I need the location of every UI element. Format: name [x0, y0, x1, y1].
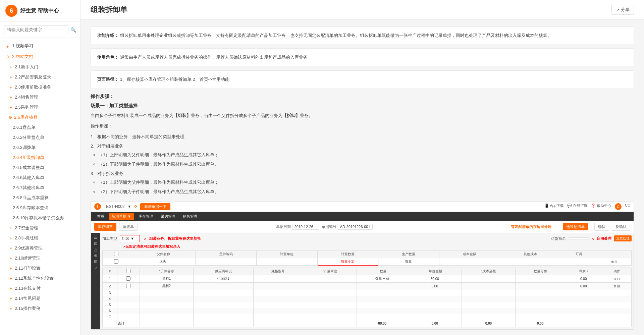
share-button[interactable]: ↗ 分享	[611, 5, 634, 15]
ss-btn-reconfirm[interactable]: 反确认	[612, 223, 630, 231]
step-2b: （2）下部明细为子件明细，最终作为原材料生成其它出库单。	[99, 160, 634, 169]
sidebar-item-cases[interactable]: ＋ 2.15操作案例	[0, 303, 80, 314]
ss-highlight-assembly: 有装配清单的在这里处理	[511, 224, 551, 229]
sidebar-item-settings[interactable]: ＋ 2.12系统个性化设置	[0, 273, 80, 283]
ss-titlebar-right: 📱 App下载 💬 在线咨询 ❓ 帮助中心 C CC	[544, 203, 630, 210]
ss-child-checkbox-2[interactable]	[126, 284, 130, 288]
ss-annotation3-arrow: ↗	[122, 245, 125, 248]
sidebar-item-install[interactable]: ＋ 2.2产品安装及登录	[0, 72, 80, 82]
ss-main-body: ☰ ⊡ △ ⊕ ⊞ ○ 加工类型 组装 ▼	[91, 233, 634, 329]
ss-nav-sales[interactable]: 销售管理	[180, 213, 200, 220]
role-label: 使用角色：	[97, 55, 119, 60]
ss-tab-inventory[interactable]: 库存调整	[94, 223, 116, 231]
ss-parent-name-val: 床头	[130, 258, 196, 265]
ss-btn-confirm[interactable]: 确认	[594, 223, 609, 231]
ss-help-center: ❓ 帮助中心	[591, 203, 611, 210]
ss-supplier-input[interactable]	[569, 237, 589, 239]
sidebar-item-sales[interactable]: ＋ 2.4销售管理	[0, 92, 80, 102]
ops-title: 操作步骤：	[91, 94, 634, 100]
ss-footer-c8: 0.00	[516, 320, 565, 327]
sidebar: 6 好生意 帮助中心 🔍 ＋ 1.视频学习 ⊖ 2.帮助文档 ＋ 2.1新手入	[0, 0, 80, 335]
ss-panel-icon-3: △	[94, 247, 97, 252]
ss-th-checkbox[interactable]	[114, 252, 118, 256]
nav-section-docs: ⊖ 2.帮助文档 ＋ 2.1新手入门 ＋ 2.2产品安装及登录 ＋ 2.3使用前…	[0, 51, 80, 314]
ss-ch-checkbox[interactable]	[126, 269, 130, 273]
ss-child-remain-2: 0.00	[565, 282, 602, 290]
ss-parent-qty-val: 数量-(-1)	[317, 258, 378, 265]
ss-nav-home[interactable]: 首页	[94, 213, 107, 220]
ss-panel-icon-1: ☰	[94, 235, 98, 240]
sidebar-item-stockerror[interactable]: 2.6.10库存账本错了怎么办	[0, 213, 80, 223]
ss-child-row-7: 7	[103, 314, 632, 320]
sidebar-item-partialtake[interactable]: 2.6.2分量盘点单	[0, 132, 80, 143]
ss-nav-purchase[interactable]: 采购管理	[158, 213, 178, 220]
ss-annotation-type: 组装业务、拆卸业务在这里切换	[149, 236, 201, 241]
nav-section-video: ＋ 1.视频学习	[0, 41, 80, 51]
sidebar-item-costrecompute[interactable]: 2.6.8商品成本重算	[0, 193, 80, 203]
plus-icon-sm: ＋	[9, 85, 13, 90]
ss-footer-c2	[193, 320, 253, 327]
sidebar-item-mobile[interactable]: ＋ 2.8手机旺铺	[0, 233, 80, 243]
ss-nav-newdoc[interactable]: 新增单据 ▼	[109, 213, 134, 220]
sidebar-item-otheroutbound[interactable]: 2.6.7其他出库单	[0, 183, 80, 193]
ss-btn-select-assembly[interactable]: 选装配清单	[563, 223, 588, 230]
sidebar-item-coupon[interactable]: ＋ 2.9优惠券管理	[0, 243, 80, 253]
ss-child-row-6: 6	[103, 308, 632, 314]
sidebar-item-faq[interactable]: ＋ 2.14常见问题	[0, 293, 80, 303]
ss-th-cost: 成本金额	[439, 250, 500, 258]
search-icon[interactable]: 🔍	[70, 27, 76, 33]
sidebar-item-purchase[interactable]: ＋ 2.5采购管理	[0, 102, 80, 112]
ss-tab-transfer[interactable]: 调拨单	[119, 223, 138, 231]
plus-icon-sm: ＋	[9, 105, 13, 110]
sidebar-item-transfer[interactable]: 2.6.3调拨单	[0, 143, 80, 153]
ss-th-prodqty: 生产数量	[378, 250, 439, 258]
ss-th-parent-code: 父件编码	[196, 250, 257, 258]
ss-child-checkbox-1[interactable]	[126, 276, 130, 281]
ss-ch-spec: 规格型号	[253, 268, 303, 275]
ss-row-checkbox[interactable]	[114, 259, 118, 264]
page-title: 组装拆卸单	[91, 5, 127, 15]
ss-ch-remain: 剩余U	[565, 268, 602, 275]
ss-child-price-1: 50.00	[408, 275, 462, 282]
ss-num-val: AD-20191226-001	[338, 224, 373, 230]
sidebar-item-dataprep[interactable]: ＋ 2.3使用前数据准备	[0, 82, 80, 92]
sidebar-item-video[interactable]: ＋ 1.视频学习	[0, 41, 80, 51]
sidebar-item-stockledger[interactable]: 2.6.9库存账本查询	[0, 203, 80, 213]
sidebar-item-finance[interactable]: ＋ 2.7资金管理	[0, 223, 80, 233]
sidebar-item-assembly[interactable]: 2.6.4组装拆卸单	[0, 153, 80, 163]
ss-type-select[interactable]: 组装 ▼	[120, 235, 140, 242]
ss-parent-check	[103, 258, 130, 265]
ss-divider: |	[591, 225, 592, 229]
ss-btn-case[interactable]: 立案处理	[614, 235, 632, 241]
sidebar-item-stocktake[interactable]: 2.6.1盘点单	[0, 122, 80, 132]
ss-parent-unit-val	[257, 258, 318, 265]
ss-parent-action: ⊕ ⊟	[597, 258, 632, 265]
sidebar-item-newuser[interactable]: ＋ 2.1新手入门	[0, 62, 80, 72]
ss-th-actions	[597, 250, 632, 258]
ss-date-label: 单据日期	[276, 224, 291, 229]
sidebar-item-print[interactable]: ＋ 2.11打印设置	[0, 263, 80, 273]
sidebar-item-otherinbound[interactable]: 2.6.6其他入库单	[0, 173, 80, 183]
ss-child-supplier-1: 供应商1	[193, 275, 253, 282]
ss-new-doc-btn[interactable]: 新增单据一下	[140, 203, 170, 210]
ss-nav-inventory[interactable]: 库存管理	[136, 213, 156, 220]
ss-supplier-label: 供货商名	[551, 236, 566, 241]
ss-arrow-right: →	[555, 224, 559, 229]
path-label: 页面路径：	[97, 77, 119, 82]
ss-child-qty-1: 数量 + 价	[357, 275, 408, 282]
ss-parent-cost-val	[439, 258, 500, 265]
search-input[interactable]	[4, 25, 68, 34]
ss-num-group: 单据编号 AD-20191226-001	[322, 224, 373, 230]
plus-icon-sm: ＋	[9, 235, 13, 241]
share-icon: ↗	[616, 7, 620, 12]
main-area: 组装拆卸单 ↗ 分享 功能介绍： 组装拆卸单用来处理企业组装或拆卸等加工业务，支…	[80, 0, 644, 335]
sidebar-item-docs[interactable]: ⊖ 2.帮助文档	[0, 51, 80, 62]
minus-icon: ⊖	[5, 54, 10, 59]
ss-ch-supplier: 供应商标识	[193, 268, 253, 275]
sidebar-item-payment[interactable]: ＋ 2.13在线支付	[0, 283, 80, 293]
scene-title: 场景一：加工类型选择	[91, 103, 634, 109]
sidebar-item-ops[interactable]: ＋ 2.10经营管理	[0, 253, 80, 263]
ss-annotation-type-arrow: ↙	[144, 237, 147, 240]
sidebar-item-costadjust[interactable]: 2.6.5成本调整单	[0, 163, 80, 173]
sidebar-item-inventory[interactable]: ⊖ 2.6库存核算	[0, 112, 80, 122]
